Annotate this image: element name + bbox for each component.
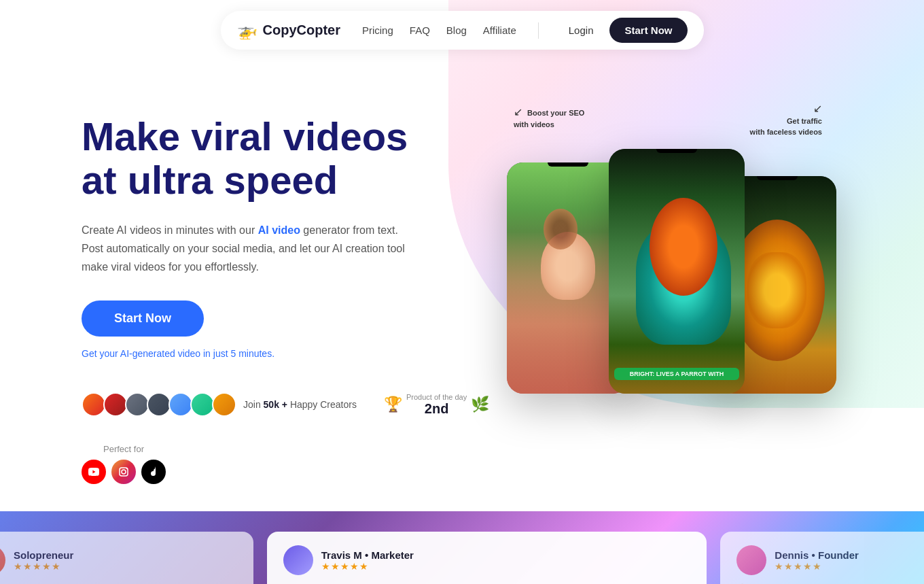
nav-inner: 🚁 CopyCopter Pricing FAQ Blog Affiliate … — [221, 11, 704, 50]
review-header-2: Dennis • Founder ★★★★★ — [736, 545, 921, 575]
review-card-1: Travis M • Marketer ★★★★★ They ship insa… — [267, 532, 707, 584]
hero-right: ↙ Boost your SEO with videos ↙ Get traff… — [500, 101, 842, 414]
phone-screen-2: BRIGHT: LIVES A PARROT WITH — [609, 149, 745, 394]
phone-2-label: BRIGHT: LIVES A PARROT WITH — [614, 368, 739, 380]
reviewer-name-2: Dennis • Founder — [775, 549, 859, 561]
brand-name: CopyCopter — [263, 22, 340, 38]
avatar-2 — [103, 392, 128, 417]
tiktok-icon — [141, 460, 166, 484]
social-proof-row: Join 50k + Happy Creators 🏆 Product of t… — [82, 392, 500, 484]
reviewer-stars-0: ★★★★★ — [14, 561, 73, 572]
reviewer-avatar-2 — [736, 545, 766, 575]
svg-point-2 — [126, 468, 128, 470]
nav-divider — [538, 22, 539, 39]
nav-link-faq[interactable]: FAQ — [410, 24, 430, 36]
hero-subtitle: Create AI videos in minutes with our AI … — [82, 221, 421, 277]
logo-link[interactable]: 🚁 CopyCopter — [237, 21, 340, 40]
hero-section: Make viral videos at ultra speed Create … — [0, 61, 924, 511]
reviewer-avatar-1 — [283, 545, 313, 575]
reviewer-name-1: Travis M • Marketer — [321, 549, 414, 561]
review-card-partial-1: Solopreneur ★★★★★ best content conversio… — [0, 532, 253, 584]
phone-notch-3 — [757, 176, 798, 180]
reviews-section: Solopreneur ★★★★★ best content conversio… — [0, 511, 924, 584]
nav-links: Pricing FAQ Blog Affiliate — [362, 24, 516, 36]
avatar-6 — [190, 392, 215, 417]
avatar-3 — [125, 392, 149, 417]
social-icons — [82, 460, 166, 484]
reviews-track: Solopreneur ★★★★★ best content conversio… — [0, 532, 924, 584]
cta-subtitle-link[interactable]: Get your AI-generated video in just 5 mi… — [82, 348, 274, 359]
start-now-nav-button[interactable]: Start Now — [609, 18, 687, 43]
logo-icon: 🚁 — [237, 21, 257, 40]
phone-notch-1 — [548, 162, 588, 167]
hero-left: Make viral videos at ultra speed Create … — [82, 101, 500, 484]
phone-card-2: BRIGHT: LIVES A PARROT WITH — [609, 149, 745, 394]
youtube-icon — [82, 460, 106, 484]
perfect-for-section: Perfect for — [82, 444, 166, 484]
reviewer-info-2: Dennis • Founder ★★★★★ — [775, 549, 859, 572]
laurel-right: 🌿 — [471, 396, 489, 413]
reviewer-info-1: Travis M • Marketer ★★★★★ — [321, 549, 414, 572]
avatar-5 — [168, 392, 193, 417]
reviewer-stars-2: ★★★★★ — [775, 561, 859, 572]
login-button[interactable]: Login — [561, 20, 602, 40]
product-badge: 🏆 Product of the day 2nd 🌿 — [384, 393, 489, 417]
nav-link-affiliate[interactable]: Affiliate — [483, 24, 516, 36]
hero-title: Make viral videos at ultra speed — [82, 115, 500, 202]
laurel-left: 🏆 — [384, 396, 402, 413]
annotation-seo: ↙ Boost your SEO with videos — [514, 105, 584, 131]
avatar-7 — [212, 392, 236, 417]
ai-video-link[interactable]: AI video — [258, 224, 300, 236]
nav-link-pricing[interactable]: Pricing — [362, 24, 393, 36]
reviewer-stars-1: ★★★★★ — [321, 561, 414, 572]
avatars-group — [82, 392, 236, 417]
review-header-0: Solopreneur ★★★★★ — [0, 545, 237, 575]
avatar-1 — [82, 392, 106, 417]
phone-mockups: BRIGHT: LIVES A PARROT WITH — [500, 135, 842, 448]
join-text: Join 50k + Happy Creators — [243, 399, 357, 410]
svg-point-1 — [122, 470, 126, 474]
phone-notch-2 — [656, 149, 697, 153]
annotation-traffic: ↙ Get traffic with faceless videos — [750, 101, 822, 137]
reviewer-name-0: Solopreneur — [14, 549, 73, 561]
start-now-hero-button[interactable]: Start Now — [82, 300, 204, 337]
review-header-1: Travis M • Marketer ★★★★★ — [283, 545, 691, 575]
avatar-4 — [147, 392, 171, 417]
badge-text: Product of the day 2nd — [406, 393, 467, 417]
navbar: 🚁 CopyCopter Pricing FAQ Blog Affiliate … — [0, 0, 924, 61]
reviewer-avatar-0 — [0, 545, 5, 575]
nav-actions: Login Start Now — [561, 18, 688, 43]
review-card-partial-2: Dennis • Founder ★★★★★ 🤩 — [720, 532, 924, 584]
reviewer-info-0: Solopreneur ★★★★★ — [14, 549, 73, 572]
avatars-section: Join 50k + Happy Creators — [82, 392, 357, 417]
nav-link-blog[interactable]: Blog — [446, 24, 467, 36]
instagram-icon — [111, 460, 136, 484]
